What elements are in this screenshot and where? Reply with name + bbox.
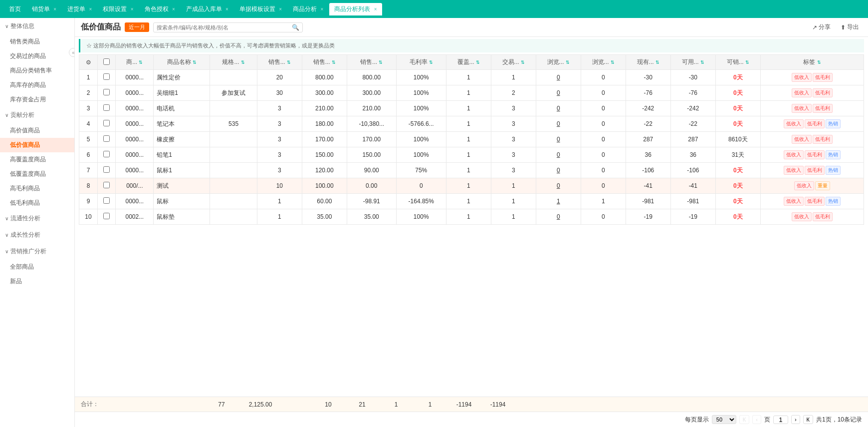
sidebar-item-low-value[interactable]: 低价值商品 bbox=[0, 138, 74, 152]
col-amount[interactable]: 销售... ⇅ bbox=[347, 55, 396, 70]
close-sales-icon[interactable]: × bbox=[53, 6, 56, 12]
row-browse1: 0 bbox=[536, 116, 581, 132]
col-name[interactable]: 商品名称 ⇅ bbox=[154, 55, 210, 70]
page-input[interactable] bbox=[773, 416, 788, 424]
sort-browse2-icon: ⇅ bbox=[611, 60, 615, 65]
nav-product-entry[interactable]: 产成品入库单 × bbox=[181, 3, 233, 15]
table-container[interactable]: ⚙ 商... ⇅ 商品名称 ⇅ 规格... ⇅ 销售... ⇅ 销售... ⇅ … bbox=[75, 54, 868, 397]
sidebar-item-high-stock[interactable]: 高库存的商品 bbox=[0, 78, 74, 92]
last-page-btn[interactable]: К bbox=[803, 415, 813, 424]
saleable-days: 0天 bbox=[733, 74, 743, 81]
sidebar-group-contribution[interactable]: ∨贡献分析 bbox=[0, 107, 74, 123]
nav-analysis-list[interactable]: 商品分析列表 × bbox=[329, 3, 382, 15]
row-checkbox-cell[interactable] bbox=[98, 147, 116, 163]
row-checkbox[interactable] bbox=[103, 89, 110, 95]
nav-sales[interactable]: 销货单 × bbox=[27, 3, 61, 15]
row-checkbox[interactable] bbox=[103, 182, 110, 188]
col-code[interactable]: 商... ⇅ bbox=[116, 55, 154, 70]
col-coverage[interactable]: 覆盖... ⇅ bbox=[446, 55, 491, 70]
row-checkbox-cell[interactable] bbox=[98, 194, 116, 209]
table-row: 50000...橡皮擦3170.00170.00100%130028728786… bbox=[79, 132, 864, 147]
col-saleable[interactable]: 可销... ⇅ bbox=[715, 55, 760, 70]
sidebar: « ∨整体信息 销售类商品 交易过的商品 商品分类销售率 高库存的商品 库存资金… bbox=[0, 18, 75, 427]
row-checkbox-cell[interactable] bbox=[98, 209, 116, 225]
row-checkbox-cell[interactable] bbox=[98, 163, 116, 178]
col-qty[interactable]: 销售... ⇅ bbox=[257, 55, 302, 70]
nav-permissions[interactable]: 权限设置 × bbox=[98, 3, 138, 15]
per-page-select[interactable]: 50 20 100 bbox=[712, 415, 736, 424]
row-checkbox[interactable] bbox=[103, 197, 110, 204]
sidebar-group-marketing[interactable]: ∨营销推广分析 bbox=[0, 243, 74, 260]
export-icon: ⬆ bbox=[841, 24, 846, 31]
sidebar-item-stock-capital[interactable]: 库存资金占用 bbox=[0, 92, 74, 107]
row-checkbox[interactable] bbox=[103, 151, 110, 157]
row-qty: 20 bbox=[257, 70, 302, 85]
row-checkbox[interactable] bbox=[103, 73, 110, 80]
row-checkbox[interactable] bbox=[103, 120, 110, 126]
close-template-icon[interactable]: × bbox=[279, 6, 282, 12]
col-margin[interactable]: 毛利率 ⇅ bbox=[396, 55, 446, 70]
export-btn[interactable]: ⬆ 导出 bbox=[838, 22, 862, 32]
sidebar-item-low-margin[interactable]: 低毛利商品 bbox=[0, 196, 74, 210]
col-browse2[interactable]: 浏览... ⇅ bbox=[581, 55, 626, 70]
col-tags[interactable]: 标签 ⇅ bbox=[760, 55, 864, 70]
sidebar-item-sales-category[interactable]: 销售类商品 bbox=[0, 34, 74, 49]
close-product-entry-icon[interactable]: × bbox=[225, 6, 228, 12]
info-banner: ☆ 这部分商品的销售收入大幅低于商品平均销售收入，价值不高，可考虑调整营销策略，… bbox=[79, 39, 864, 52]
row-checkbox-cell[interactable] bbox=[98, 178, 116, 194]
sidebar-item-high-margin[interactable]: 高毛利商品 bbox=[0, 181, 74, 196]
row-checkbox[interactable] bbox=[103, 135, 110, 142]
col-checkbox[interactable] bbox=[98, 55, 116, 70]
sidebar-group-circulation[interactable]: ∨流通性分析 bbox=[0, 210, 74, 227]
sidebar-item-high-value[interactable]: 高价值商品 bbox=[0, 123, 74, 138]
sidebar-group-growth[interactable]: ∨成长性分析 bbox=[0, 227, 74, 243]
filter-period-btn[interactable]: 近一月 bbox=[125, 22, 149, 32]
col-avail[interactable]: 可用... ⇅ bbox=[670, 55, 715, 70]
row-browse1[interactable]: 1 bbox=[536, 194, 581, 209]
next-page-btn[interactable]: › bbox=[791, 415, 800, 424]
nav-template[interactable]: 单据模板设置 × bbox=[234, 3, 287, 15]
row-name: 测试 bbox=[154, 178, 210, 194]
sidebar-item-all-products[interactable]: 全部商品 bbox=[0, 260, 74, 274]
select-all-checkbox[interactable] bbox=[103, 58, 110, 65]
sidebar-item-high-coverage[interactable]: 高覆盖度商品 bbox=[0, 152, 74, 167]
share-btn[interactable]: ↗ 分享 bbox=[809, 22, 834, 32]
row-checkbox-cell[interactable] bbox=[98, 132, 116, 147]
sidebar-item-low-coverage[interactable]: 低覆盖度商品 bbox=[0, 167, 74, 181]
row-checkbox-cell[interactable] bbox=[98, 70, 116, 85]
nav-purchase[interactable]: 进货单 × bbox=[62, 3, 97, 15]
col-trade[interactable]: 交易... ⇅ bbox=[491, 55, 536, 70]
sidebar-item-new-products[interactable]: 新品 bbox=[0, 274, 74, 289]
close-roles-icon[interactable]: × bbox=[172, 6, 175, 12]
row-qty: 30 bbox=[257, 85, 302, 101]
row-checkbox-cell[interactable] bbox=[98, 116, 116, 132]
nav-roles[interactable]: 角色授权 × bbox=[140, 3, 180, 15]
row-checkbox[interactable] bbox=[103, 104, 110, 111]
sort-code-icon: ⇅ bbox=[139, 60, 143, 65]
sidebar-item-traded[interactable]: 交易过的商品 bbox=[0, 49, 74, 63]
close-analysis-icon[interactable]: × bbox=[320, 6, 323, 12]
col-price[interactable]: 销售... ⇅ bbox=[302, 55, 347, 70]
close-analysis-list-icon[interactable]: × bbox=[374, 6, 377, 12]
close-permissions-icon[interactable]: × bbox=[131, 6, 134, 12]
nav-home[interactable]: 首页 bbox=[4, 3, 26, 15]
col-settings[interactable]: ⚙ bbox=[79, 55, 98, 70]
sidebar-item-category-rate[interactable]: 商品分类销售率 bbox=[0, 63, 74, 78]
sidebar-collapse-btn[interactable]: « bbox=[69, 48, 75, 57]
first-page-btn[interactable]: К bbox=[739, 415, 749, 424]
col-stock[interactable]: 现有... ⇅ bbox=[626, 55, 670, 70]
col-browse1[interactable]: 浏览... ⇅ bbox=[536, 55, 581, 70]
row-checkbox-cell[interactable] bbox=[98, 101, 116, 116]
nav-analysis[interactable]: 商品分析 × bbox=[288, 3, 328, 15]
row-checkbox[interactable] bbox=[103, 213, 110, 219]
col-spec[interactable]: 规格... ⇅ bbox=[210, 55, 257, 70]
row-spec: 参加复试 bbox=[210, 85, 257, 101]
row-checkbox-cell[interactable] bbox=[98, 85, 116, 101]
close-purchase-icon[interactable]: × bbox=[89, 6, 92, 12]
search-input[interactable] bbox=[157, 24, 290, 30]
prev-page-btn[interactable]: ‹ bbox=[752, 415, 761, 424]
search-icon[interactable]: 🔍 bbox=[292, 24, 299, 31]
sidebar-group-overall[interactable]: ∨整体信息 bbox=[0, 18, 74, 34]
row-avail: -19 bbox=[670, 209, 715, 225]
row-checkbox[interactable] bbox=[103, 166, 110, 173]
